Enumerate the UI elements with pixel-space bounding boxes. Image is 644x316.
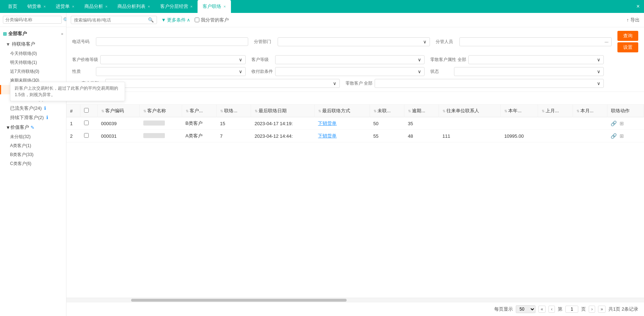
row-checkbox-2[interactable] [84, 133, 89, 138]
page-input[interactable] [565, 306, 578, 313]
filter-cust-grade: 客户等级 ∨ [251, 55, 425, 64]
nav-product-analysis[interactable]: 商品分析 × [79, 0, 112, 13]
sidebar-declining[interactable]: 持续下滑客户(2) ℹ [0, 113, 66, 122]
dept-select[interactable]: ∨ [278, 37, 430, 46]
nav-customer-contact-close[interactable]: × [223, 4, 226, 9]
total-pages-label: 页 [581, 306, 586, 312]
col-overdue[interactable]: 逾期... [404, 105, 439, 117]
col-last-contact-date[interactable]: 最后联络日期 [251, 105, 315, 117]
export-icon: ↑ [627, 17, 629, 23]
query-button[interactable]: 查询 [617, 31, 638, 41]
cust-type-select[interactable]: ∨ [105, 79, 340, 88]
col-this-month[interactable]: 本月... [573, 105, 607, 117]
main-layout: 🔍 ⊞ 全部客户 » ▼ 待联络客户 今天待联络(0) 明天待联络(1) 近7天… [0, 13, 644, 316]
my-customers-checkbox[interactable] [195, 18, 199, 22]
filter-icon: ▼ [161, 17, 166, 23]
table-scroll[interactable]: # 客户编码 客户名称 客户... 联络... 最后联络日期 最后联络方式 未联… [66, 105, 644, 298]
nav-sales-close[interactable]: × [43, 4, 46, 9]
retail-select[interactable]: ∨ [375, 79, 604, 88]
more-conditions-btn[interactable]: ▼ 更多条件 ∧ [161, 17, 190, 23]
sidebar-all-customers[interactable]: ⊞ 全部客户 » [0, 28, 66, 39]
manager-more: ··· [604, 39, 608, 44]
edit-icon[interactable]: ✎ [31, 125, 34, 130]
info-icon-2: ℹ [44, 105, 46, 111]
sidebar-c-class[interactable]: C类客户(6) [0, 159, 66, 168]
first-page-btn[interactable]: « [538, 306, 546, 313]
row-checkbox-1[interactable] [84, 121, 89, 125]
nav-sales[interactable]: 销货单 × [22, 0, 51, 13]
export-button[interactable]: ↑ 导出 [627, 17, 640, 23]
col-last-contact-method[interactable]: 最后联络方式 [314, 105, 370, 117]
name-placeholder-2 [143, 133, 165, 138]
sidebar-b-class[interactable]: B类客户(33) [0, 150, 66, 159]
sidebar-a-class[interactable]: A类客户(1) [0, 141, 66, 150]
prev-page-btn[interactable]: ‹ [548, 306, 555, 313]
sidebar-7day-contact[interactable]: 近7天待联络(0) [0, 67, 66, 76]
sidebar-search-area: 🔍 [0, 13, 66, 27]
main-search-input[interactable] [74, 18, 148, 23]
nav-purchase-close[interactable]: × [72, 4, 74, 9]
col-code[interactable]: 客户编码 [97, 105, 139, 117]
last-method-link-2[interactable]: 下销货单 [318, 133, 337, 138]
sidebar-pending-contact[interactable]: ▼ 待联络客户 [0, 39, 66, 49]
per-page-select[interactable]: 50 100 200 [516, 305, 536, 313]
collapse-icon[interactable]: » [61, 32, 63, 36]
col-company-contact[interactable]: 往来单位联系人 [439, 105, 501, 117]
nav-home[interactable]: 首页 [3, 0, 22, 13]
cell-last-date-2: 2023-04-12 14:44: [251, 130, 315, 142]
nav-product-list-close[interactable]: × [148, 4, 150, 9]
col-category[interactable]: 客户... [182, 105, 216, 117]
sidebar-search-input[interactable] [3, 16, 62, 24]
filter-payment: 收付款条件 ∨ [251, 67, 425, 76]
nature-select[interactable]: ∨ [96, 67, 246, 76]
retail-attr-select[interactable]: ∨ [468, 55, 604, 64]
link-icon-2[interactable]: 🔗 [611, 133, 617, 139]
cust-grade-label: 客户等级 [251, 57, 273, 63]
sidebar-churned[interactable]: 已流失客户(24) ℹ [0, 104, 66, 113]
col-last-month[interactable]: 上月... [538, 105, 573, 117]
sidebar-today-contact[interactable]: 今天待联络(0) [0, 49, 66, 58]
sidebar-ungroups[interactable]: 未分组(32) [0, 132, 66, 141]
scroll-thumb[interactable] [131, 299, 347, 302]
payment-select[interactable]: ∨ [275, 67, 425, 76]
customer-table: # 客户编码 客户名称 客户... 联络... 最后联络日期 最后联络方式 未联… [66, 105, 644, 142]
search-icon[interactable]: 🔍 [148, 17, 154, 23]
col-contact[interactable]: 联络... [217, 105, 251, 117]
nav-customer-segment-close[interactable]: × [190, 4, 193, 9]
col-uncontacted[interactable]: 未联... [370, 105, 404, 117]
horizontal-scrollbar[interactable] [66, 298, 644, 302]
grid-icon-1[interactable]: ⊞ [620, 121, 624, 126]
sidebar-value-customers[interactable]: ▼ 价值客户 ✎ [0, 122, 66, 132]
cell-name-2 [140, 130, 182, 142]
col-name[interactable]: 客户名称 [140, 105, 182, 117]
sidebar-tomorrow-contact[interactable]: 明天待联络(1) [0, 58, 66, 67]
grid-icon: ⊞ [3, 31, 7, 37]
next-page-btn[interactable]: › [589, 306, 595, 313]
page-text: 第 [558, 306, 562, 312]
link-icon-1[interactable]: 🔗 [611, 121, 617, 126]
set-button[interactable]: 设置 [617, 42, 638, 52]
nav-purchase[interactable]: 进货单 × [51, 0, 79, 13]
cust-grade-select[interactable]: ∨ [275, 55, 425, 64]
nav-customer-segment[interactable]: 客户分层经营 × [155, 0, 198, 13]
action-icons-2: 🔗 ⊞ [611, 133, 640, 139]
last-method-link-1[interactable]: 下销货单 [318, 121, 337, 126]
dept-label: 分管部门 [254, 39, 275, 45]
nav-product-list[interactable]: 商品分析列表 × [112, 0, 155, 13]
cell-name-1 [140, 117, 182, 130]
price-grade-select[interactable]: ∨ [100, 55, 246, 64]
last-page-btn[interactable]: » [598, 306, 606, 313]
manager-select[interactable]: ··· [459, 37, 612, 46]
status-select[interactable]: ∨ [454, 67, 604, 76]
pg-chevron: ∨ [239, 57, 242, 62]
nav-product-analysis-close[interactable]: × [105, 4, 107, 9]
phone-input[interactable] [96, 37, 248, 46]
filter-price-grade: 客户价格等级 ∨ [72, 55, 246, 64]
nav-customer-contact[interactable]: 客户联络 × [198, 0, 231, 13]
select-all-checkbox[interactable] [84, 108, 89, 113]
phone-label: 电话号码 [72, 39, 94, 45]
close-all-tabs[interactable]: × [636, 3, 640, 10]
col-this-year[interactable]: 本年... [501, 105, 538, 117]
filter-top-bar: 🔍 ▼ 更多条件 ∧ 我分管的客户 ↑ 导出 [66, 13, 644, 27]
grid-icon-2[interactable]: ⊞ [620, 133, 624, 139]
